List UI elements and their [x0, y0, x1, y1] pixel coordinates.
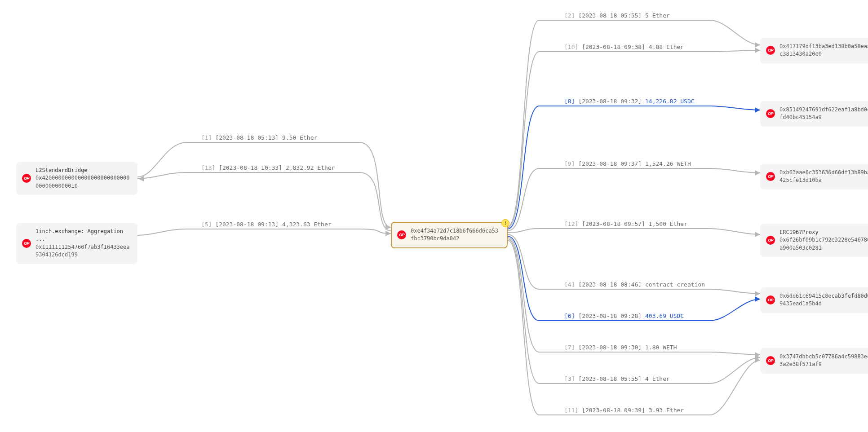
- chain-icon: OP: [766, 172, 775, 181]
- svg-marker-24: [755, 357, 760, 363]
- chain-icon: OP: [766, 109, 775, 118]
- svg-marker-12: [755, 170, 760, 176]
- svg-marker-20: [755, 352, 760, 357]
- chain-icon: OP: [766, 356, 775, 365]
- svg-text:[3] [2023-08-18 05:55] 4 Ether: [3] [2023-08-18 05:55] 4 Ether: [564, 375, 670, 382]
- edges-layer: [1] [2023-08-18 05:13] 9.50 Ether[13] [2…: [0, 0, 868, 432]
- svg-marker-4: [385, 231, 391, 236]
- svg-text:[11] [2023-08-18 09:39] 3.93 E: [11] [2023-08-18 09:39] 3.93 Ether: [564, 407, 684, 414]
- svg-text:[2] [2023-08-18 05:55] 5 Ether: [2] [2023-08-18 05:55] 5 Ether: [564, 12, 670, 19]
- svg-text:[7] [2023-08-18 09:30] 1.80 WE: [7] [2023-08-18 09:30] 1.80 WETH: [564, 344, 677, 351]
- node-title: L2StandardBridge: [35, 167, 132, 174]
- svg-text:[13] [2023-08-18 10:33] 2,832.: [13] [2023-08-18 10:33] 2,832.92 Ether: [201, 164, 335, 171]
- node-title: ERC1967Proxy: [779, 229, 868, 236]
- chain-icon: OP: [22, 239, 31, 248]
- chain-icon: OP: [766, 295, 775, 304]
- svg-marker-22: [755, 355, 760, 360]
- node-l2standardbridge[interactable]: OP L2StandardBridge 0x420000000000000000…: [16, 162, 137, 195]
- node-address: 0x6dd61c69415c8ecab3fefd80d079435ead1a5b…: [779, 292, 868, 308]
- node-address: 0x42000000000000000000000000000000000000…: [35, 175, 130, 189]
- svg-text:[4] [2023-08-18 08:46]  contra: [4] [2023-08-18 08:46] contract creation: [564, 281, 705, 288]
- svg-marker-6: [755, 42, 760, 48]
- chain-icon: OP: [22, 174, 31, 183]
- center-node-address: 0xe4f34a72d7c18b6f666d6ca53fbc3790bc9da0…: [411, 227, 501, 243]
- node-right-5[interactable]: OP 0x6dd61c69415c8ecab3fefd80d079435ead1…: [760, 287, 868, 313]
- svg-text:[5] [2023-08-18 09:13] 4,323.6: [5] [2023-08-18 09:13] 4,323.63 Ether: [201, 221, 332, 228]
- svg-marker-8: [755, 48, 760, 53]
- svg-marker-14: [755, 232, 760, 237]
- svg-text:[10] [2023-08-18 09:38] 4.88 E: [10] [2023-08-18 09:38] 4.88 Ether: [564, 44, 684, 50]
- warning-icon: !: [501, 219, 509, 227]
- node-address: 0x417179df13ba3ed138b0a58eaa0c3813430a20…: [779, 43, 868, 58]
- node-right-2[interactable]: OP 0x85149247691df622eaf1a8bd0cafd40bc45…: [760, 101, 868, 127]
- node-right-4[interactable]: OP ERC1967Proxy 0x6f26bf09b1c792e3228e54…: [760, 224, 868, 257]
- center-node[interactable]: OP 0xe4f34a72d7c18b6f666d6ca53fbc3790bc9…: [391, 222, 508, 248]
- node-address: 0x6f26bf09b1c792e3228e5467807a900a503c02…: [779, 237, 868, 251]
- svg-text:[12] [2023-08-18 09:57] 1,500 : [12] [2023-08-18 09:57] 1,500 Ether: [564, 220, 687, 227]
- svg-text:[8] [2023-08-18 09:32] 14,226.: [8] [2023-08-18 09:32] 14,226.82 USDC: [564, 98, 695, 105]
- svg-text:[6] [2023-08-18 09:28] 403.69 : [6] [2023-08-18 09:28] 403.69 USDC: [564, 313, 684, 319]
- node-right-1[interactable]: OP 0x417179df13ba3ed138b0a58eaa0c3813430…: [760, 38, 868, 63]
- svg-marker-10: [755, 107, 760, 113]
- node-right-6[interactable]: OP 0x3747dbbcb5c07786a4c59883e473a2e38f5…: [760, 348, 868, 374]
- chain-icon: OP: [766, 236, 775, 245]
- svg-marker-18: [755, 296, 760, 302]
- node-right-3[interactable]: OP 0xb63aae6c353636d66df13b89ba4425cfe13…: [760, 164, 868, 190]
- node-title: 1inch.exchange: Aggregation ...: [35, 228, 132, 243]
- node-1inch-aggregation[interactable]: OP 1inch.exchange: Aggregation ... 0x111…: [16, 223, 137, 264]
- node-address: 0x3747dbbcb5c07786a4c59883e473a2e38f571a…: [779, 353, 868, 369]
- node-address: 0xb63aae6c353636d66df13b89ba4425cfe13d10…: [779, 169, 868, 185]
- svg-marker-0: [385, 225, 391, 230]
- chain-icon: OP: [397, 230, 406, 239]
- node-address: 0x1111111254760f7ab3f16433eea9304126dcd1…: [35, 244, 130, 258]
- svg-text:[1] [2023-08-18 05:13] 9.50 Et: [1] [2023-08-18 05:13] 9.50 Ether: [201, 134, 317, 141]
- node-address: 0x85149247691df622eaf1a8bd0cafd40bc45154…: [779, 106, 868, 122]
- svg-text:[9] [2023-08-18 09:37] 1,524.2: [9] [2023-08-18 09:37] 1,524.26 WETH: [564, 160, 691, 167]
- svg-marker-16: [755, 291, 760, 296]
- chain-icon: OP: [766, 46, 775, 55]
- svg-marker-2: [138, 176, 144, 181]
- graph-canvas[interactable]: [1] [2023-08-18 05:13] 9.50 Ether[13] [2…: [0, 0, 868, 432]
